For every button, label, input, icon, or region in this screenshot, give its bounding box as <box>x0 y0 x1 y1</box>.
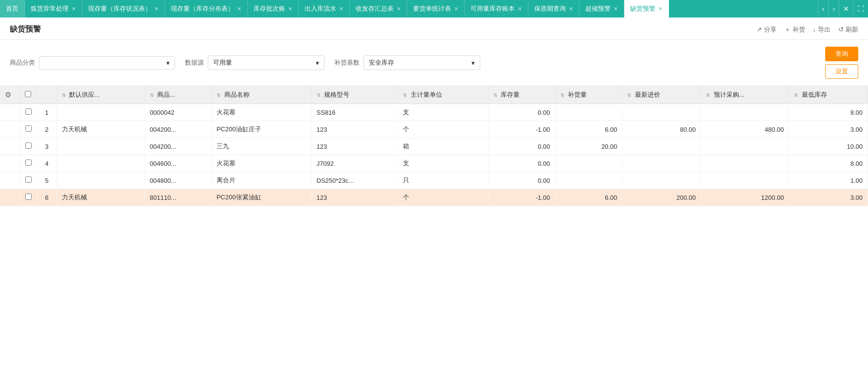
row-checkbox[interactable] <box>25 194 32 200</box>
tab-inventory-dist[interactable]: 现存量（库存分布表） ✕ <box>165 0 248 18</box>
replenish-select[interactable]: 安全库存 ▾ <box>363 55 480 70</box>
row-seq: 4 <box>37 155 56 172</box>
row-unit: 个 <box>398 189 488 206</box>
replenish-label: 补货基数 <box>334 58 360 67</box>
row-default-supplier <box>56 104 145 121</box>
row-default-supplier: 力天机械 <box>56 121 145 138</box>
restock-button[interactable]: ＋ 补货 <box>784 25 805 34</box>
tab-fullscreen-btn[interactable]: ⛶ <box>853 0 868 18</box>
select-all-checkbox[interactable] <box>25 91 31 97</box>
tab-overstock-warning[interactable]: 超储预警 ✕ <box>579 0 624 18</box>
tab-shortage-warning-close[interactable]: ✕ <box>658 6 663 12</box>
tab-inout-flow-close[interactable]: ✕ <box>339 6 344 12</box>
table-row: 3 004200... 三九 123 箱 0.00 20.00 10.00 <box>0 138 868 155</box>
row-unit: 只 <box>398 172 488 189</box>
table-row: 5 004800... 离合片 DS250*23c... 只 0.00 1.00 <box>0 172 868 189</box>
row-checkbox[interactable] <box>25 108 32 115</box>
tab-collect-summary[interactable]: 收发存汇总表 ✕ <box>350 0 407 18</box>
col-header-checkbox <box>19 86 37 104</box>
tab-available-ledger-close[interactable]: ✕ <box>518 6 522 12</box>
row-checkbox[interactable] <box>25 142 32 149</box>
col-header-est-purchase[interactable]: ⇅ 预计采购... <box>701 86 789 104</box>
row-replenish-qty <box>555 155 622 172</box>
tab-next-btn[interactable]: › <box>828 0 839 18</box>
tab-order-stats[interactable]: 要货单统计表 ✕ <box>407 0 465 18</box>
tab-inout-flow[interactable]: 出入库流水 ✕ <box>299 0 350 18</box>
tab-exception-close[interactable]: ✕ <box>72 6 76 12</box>
row-spec: 123 <box>311 138 398 155</box>
query-button[interactable]: 查询 <box>825 47 858 61</box>
row-checkbox[interactable] <box>25 159 32 166</box>
datasource-value: 可用量 <box>213 58 232 67</box>
category-select[interactable]: ▾ <box>39 56 175 70</box>
tab-home[interactable]: 首页 <box>0 0 25 18</box>
tab-inventory-status[interactable]: 现存量（库存状况表） ✕ <box>82 0 165 18</box>
tab-collect-summary-close[interactable]: ✕ <box>397 6 401 12</box>
row-seq: 1 <box>37 104 56 121</box>
col-header-unit[interactable]: ⇅ 主计量单位 <box>398 86 488 104</box>
gear-icon[interactable]: ⚙ <box>5 90 11 99</box>
tab-inventory-status-close[interactable]: ✕ <box>154 6 159 12</box>
row-default-supplier <box>56 172 145 189</box>
row-latest-price <box>622 172 701 189</box>
col-header-spec[interactable]: ⇅ 规格型号 <box>311 86 398 104</box>
col-header-product-name[interactable]: ⇅ 商品名称 <box>211 86 311 104</box>
datasource-select[interactable]: 可用量 ▾ <box>208 55 325 70</box>
export-icon: ↓ <box>813 26 816 33</box>
tab-nav-buttons: ‹ › ✕ ⛶ <box>818 0 868 18</box>
tab-overstock-warning-close[interactable]: ✕ <box>614 6 618 12</box>
row-settings-cell <box>0 121 19 138</box>
table-row: 4 004600... 火花塞 J7092 支 0.00 8.00 <box>0 155 868 172</box>
col-header-stock-qty[interactable]: ⇅ 库存量 <box>488 86 555 104</box>
replenish-filter-group: 补货基数 安全库存 ▾ <box>334 55 480 70</box>
row-checkbox[interactable] <box>25 176 32 183</box>
row-settings-cell <box>0 138 19 155</box>
tab-order-stats-close[interactable]: ✕ <box>454 6 458 12</box>
row-min-stock: 10.00 <box>789 138 868 155</box>
share-button[interactable]: ↗ 分享 <box>757 25 777 34</box>
filter-actions: 查询 设置 <box>825 47 858 79</box>
tab-expiry-query-close[interactable]: ✕ <box>569 6 573 12</box>
row-seq: 6 <box>37 189 56 206</box>
page-header: 缺货预警 ↗ 分享 ＋ 补货 ↓ 导出 ↺ 刷新 <box>0 18 868 40</box>
refresh-icon: ↺ <box>838 26 844 33</box>
tab-shortage-warning[interactable]: 缺货预警 ✕ <box>624 0 669 18</box>
row-checkbox[interactable] <box>25 125 32 132</box>
row-product-code: 004600... <box>145 155 211 172</box>
col-header-product-code[interactable]: ⇅ 商品... <box>145 86 211 104</box>
row-latest-price <box>622 104 701 121</box>
sort-icon: ⇅ <box>403 92 407 98</box>
row-min-stock: 8.00 <box>789 104 868 121</box>
row-spec: 123 <box>311 121 398 138</box>
settings-button[interactable]: 设置 <box>825 64 858 79</box>
datasource-filter-group: 数据源 可用量 ▾ <box>185 55 325 70</box>
category-label: 商品分类 <box>10 58 35 67</box>
tab-available-ledger[interactable]: 可用量库存账本 ✕ <box>465 0 528 18</box>
row-checkbox-cell <box>19 172 37 189</box>
row-est-purchase <box>701 138 789 155</box>
table-container: ⚙ ⇅ 默认供应... ⇅ 商品... ⇅ <box>0 86 868 206</box>
row-replenish-qty: 6.00 <box>555 121 622 138</box>
tab-close-btn[interactable]: ✕ <box>839 0 853 18</box>
tab-expiry-query[interactable]: 保质期查询 ✕ <box>528 0 579 18</box>
col-header-replenish-qty[interactable]: ⇅ 补货量 <box>555 86 622 104</box>
page-title: 缺货预警 <box>10 24 757 35</box>
row-stock-qty: 0.00 <box>488 104 555 121</box>
col-header-latest-price[interactable]: ⇅ 最新进价 <box>622 86 701 104</box>
row-settings-cell <box>0 172 19 189</box>
refresh-button[interactable]: ↺ 刷新 <box>838 25 858 34</box>
row-min-stock: 8.00 <box>789 155 868 172</box>
col-header-default-supplier[interactable]: ⇅ 默认供应... <box>56 86 145 104</box>
row-default-supplier <box>56 155 145 172</box>
row-seq: 5 <box>37 172 56 189</box>
col-header-min-stock[interactable]: ⇅ 最低库存 <box>789 86 868 104</box>
export-button[interactable]: ↓ 导出 <box>813 25 831 34</box>
tab-batch-account-close[interactable]: ✕ <box>288 6 292 12</box>
tab-prev-btn[interactable]: ‹ <box>818 0 829 18</box>
tab-inventory-dist-close[interactable]: ✕ <box>237 6 241 12</box>
row-checkbox-cell <box>19 104 37 121</box>
sort-icon: ⇅ <box>561 92 564 98</box>
tab-exception[interactable]: 炼货异常处理 ✕ <box>25 0 82 18</box>
row-replenish-qty: 6.00 <box>555 189 622 206</box>
tab-batch-account[interactable]: 库存批次账 ✕ <box>248 0 299 18</box>
